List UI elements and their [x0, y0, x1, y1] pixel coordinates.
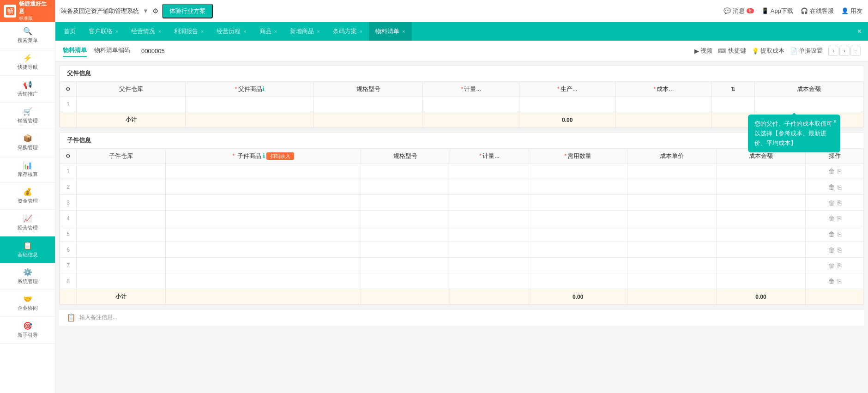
- child-spec-cell[interactable]: [361, 163, 450, 179]
- prev-arrow[interactable]: ‹: [828, 46, 838, 56]
- scan-button[interactable]: 扫码录入: [266, 152, 294, 160]
- child-unit-cell[interactable]: [450, 258, 529, 273]
- child-unit-cost-cell[interactable]: [627, 195, 716, 211]
- child-unit-cell[interactable]: [450, 211, 529, 226]
- sidebar-item-basicinfo[interactable]: 📋 基础信息: [0, 236, 55, 263]
- view-btn[interactable]: ▶ 视频: [694, 47, 712, 55]
- child-product-cell[interactable]: [166, 273, 361, 289]
- tab-close-icon[interactable]: ×: [243, 29, 246, 34]
- child-qty-cell[interactable]: [529, 242, 627, 258]
- tab-home[interactable]: 首页: [57, 22, 82, 41]
- dropdown-arrow-icon[interactable]: ▼: [143, 7, 149, 14]
- copy-icon[interactable]: ⎘: [838, 168, 841, 175]
- child-warehouse-cell[interactable]: [77, 226, 166, 242]
- tab-goods[interactable]: 商品 ×: [253, 22, 283, 41]
- next-arrow[interactable]: ›: [839, 46, 850, 56]
- copy-icon[interactable]: ⎘: [838, 230, 841, 238]
- child-unit-cost-cell[interactable]: [627, 211, 716, 226]
- child-unit-cost-cell[interactable]: [627, 273, 716, 289]
- delete-icon[interactable]: 🗑: [828, 168, 835, 175]
- th-settings[interactable]: ⚙: [60, 82, 77, 97]
- child-qty-cell[interactable]: [529, 179, 627, 195]
- app-download-button[interactable]: 📱 App下载: [761, 7, 793, 15]
- trial-button[interactable]: 体验行业方案: [162, 4, 213, 18]
- delete-icon[interactable]: 🗑: [828, 246, 835, 254]
- copy-icon[interactable]: ⎘: [838, 246, 841, 254]
- sidebar-item-collab[interactable]: 🤝 企业协同: [0, 290, 55, 317]
- child-warehouse-cell[interactable]: [77, 242, 166, 258]
- child-product-cell[interactable]: [166, 258, 361, 273]
- child-spec-cell[interactable]: [361, 195, 450, 211]
- parent-cost-cell[interactable]: [615, 97, 712, 112]
- delete-icon[interactable]: 🗑: [828, 215, 835, 222]
- message-button[interactable]: 💬 消息 6: [723, 7, 754, 15]
- copy-icon[interactable]: ⎘: [838, 278, 841, 285]
- delete-icon[interactable]: 🗑: [828, 278, 835, 285]
- child-qty-cell[interactable]: [529, 195, 627, 211]
- online-service-button[interactable]: 🎧 在线客服: [801, 7, 834, 15]
- settings-icon[interactable]: ⚙: [152, 7, 158, 15]
- sidebar-item-sales[interactable]: 🛒 销售管理: [0, 103, 55, 129]
- nav-close-all[interactable]: ×: [853, 27, 866, 36]
- child-unit-cell[interactable]: [450, 226, 529, 242]
- single-settings-btn[interactable]: 📄 单据设置: [790, 47, 823, 55]
- sidebar-item-inventory[interactable]: 📊 库存核算: [0, 156, 55, 183]
- parent-warehouse-cell[interactable]: [77, 97, 186, 112]
- delete-icon[interactable]: 🗑: [828, 230, 835, 238]
- tooltip-close-btn[interactable]: ×: [833, 117, 837, 126]
- child-unit-cost-cell[interactable]: [627, 163, 716, 179]
- tab-close-icon[interactable]: ×: [158, 29, 161, 34]
- child-qty-cell[interactable]: [529, 163, 627, 179]
- child-warehouse-cell[interactable]: [77, 163, 166, 179]
- tab-close-icon[interactable]: ×: [115, 29, 118, 34]
- sidebar-item-operations[interactable]: 📈 经营管理: [0, 210, 55, 236]
- copy-icon[interactable]: ⎘: [838, 183, 841, 191]
- menu-icon[interactable]: ≡: [850, 46, 861, 56]
- child-product-cell[interactable]: [166, 226, 361, 242]
- sidebar-item-quicknav[interactable]: ⚡ 快捷导航: [0, 49, 55, 76]
- copy-icon[interactable]: ⎘: [838, 199, 841, 206]
- parent-product-cell[interactable]: [186, 97, 314, 112]
- sub-tab-bom[interactable]: 物料清单: [63, 44, 87, 57]
- child-product-cell[interactable]: [166, 242, 361, 258]
- child-product-cell[interactable]: [166, 195, 361, 211]
- child-unit-cost-cell[interactable]: [627, 258, 716, 273]
- child-unit-cost-cell[interactable]: [627, 179, 716, 195]
- sidebar-item-system[interactable]: ⚙️ 系统管理: [0, 263, 55, 290]
- child-spec-cell[interactable]: [361, 273, 450, 289]
- tab-operations[interactable]: 经营情况 ×: [125, 22, 167, 41]
- child-product-cell[interactable]: [166, 211, 361, 226]
- child-product-cell[interactable]: [166, 179, 361, 195]
- tab-close-icon[interactable]: ×: [201, 29, 204, 34]
- tab-new-goods[interactable]: 新增商品 ×: [283, 22, 326, 41]
- child-spec-cell[interactable]: [361, 179, 450, 195]
- sidebar-item-guide[interactable]: 🎯 新手引导: [0, 317, 55, 344]
- child-unit-cell[interactable]: [450, 242, 529, 258]
- sidebar-item-marketing[interactable]: 📢 营销推广: [0, 76, 55, 103]
- parent-production-cell[interactable]: [519, 97, 615, 112]
- tab-close-icon[interactable]: ×: [317, 29, 319, 34]
- child-unit-cell[interactable]: [450, 195, 529, 211]
- child-warehouse-cell[interactable]: [77, 195, 166, 211]
- tab-close-icon[interactable]: ×: [402, 29, 405, 34]
- tab-barcode[interactable]: 条码方案 ×: [326, 22, 369, 41]
- child-qty-cell[interactable]: [529, 226, 627, 242]
- child-qty-cell[interactable]: [529, 258, 627, 273]
- delete-icon[interactable]: 🗑: [828, 183, 835, 191]
- child-unit-cell[interactable]: [450, 179, 529, 195]
- child-spec-cell[interactable]: [361, 242, 450, 258]
- parent-unit-cell[interactable]: [423, 97, 519, 112]
- parent-spec-cell[interactable]: [313, 97, 422, 112]
- child-unit-cost-cell[interactable]: [627, 226, 716, 242]
- child-qty-cell[interactable]: [529, 211, 627, 226]
- tab-customer[interactable]: 客户联络 ×: [82, 22, 125, 41]
- sidebar-item-finance[interactable]: 💰 资金管理: [0, 183, 55, 210]
- delete-icon[interactable]: 🗑: [828, 262, 835, 269]
- sidebar-item-search[interactable]: 🔍 搜索菜单: [0, 22, 55, 49]
- user-button[interactable]: 👤 用友: [841, 7, 862, 15]
- child-spec-cell[interactable]: [361, 258, 450, 273]
- tab-history[interactable]: 经营历程 ×: [210, 22, 253, 41]
- copy-icon[interactable]: ⎘: [838, 215, 841, 222]
- tab-close-icon[interactable]: ×: [360, 29, 362, 34]
- tab-close-icon[interactable]: ×: [274, 29, 277, 34]
